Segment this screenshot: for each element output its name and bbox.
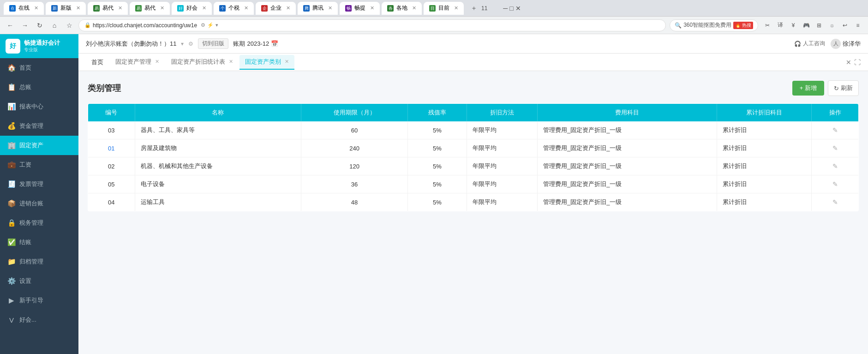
cell-residual: 5% — [408, 139, 467, 157]
tab-close-icon[interactable]: ✕ — [454, 5, 458, 11]
cell-name: 房屋及建筑物 — [135, 139, 301, 157]
cell-action[interactable]: ✎ — [812, 139, 859, 157]
browser-tab-tengxun[interactable]: 腾 腾讯 ✕ — [298, 2, 338, 15]
tab-close-icon[interactable]: ✕ — [155, 59, 159, 65]
browser-tab-new[interactable]: 新 新版 ✕ — [46, 2, 86, 15]
forward-btn[interactable]: → — [19, 20, 30, 31]
tab-add-btn[interactable]: ＋ — [468, 3, 479, 14]
sidebar-item-reports[interactable]: 📊 报表中心 — [0, 97, 78, 116]
tab-count: 11 — [481, 5, 487, 12]
translate-icon[interactable]: 译 — [775, 20, 786, 31]
game-icon[interactable]: 🎮 — [801, 20, 812, 31]
tab-fixed-assets-mgmt[interactable]: 固定资产管理 ✕ — [110, 55, 165, 70]
cell-code: 01 — [88, 139, 135, 157]
current-user: 刘小艳演示账套（勿删勿动！）11 — [86, 40, 176, 48]
tab-depreciation-table[interactable]: 固定资产折旧统计表 ✕ — [166, 55, 239, 70]
browser-tab-changte[interactable]: 畅 畅提 ✕ — [340, 2, 380, 15]
cell-expense: 管理费用_固定资产折旧_一级 — [537, 193, 717, 211]
home-btn[interactable]: ⌂ — [49, 20, 60, 31]
tab-panel-close-icon[interactable]: ✕ — [846, 59, 851, 66]
bookmark-btn[interactable]: ☆ — [64, 20, 75, 31]
cell-name: 运输工具 — [135, 193, 301, 211]
menu-icon[interactable]: ≡ — [852, 20, 863, 31]
sidebar-item-fixed-assets[interactable]: 🏢 固定资产 — [0, 136, 78, 155]
minimize-btn[interactable]: ─ — [503, 5, 508, 12]
edit-icon[interactable]: ✎ — [832, 144, 838, 152]
wallet-icon[interactable]: ¥ — [788, 20, 799, 31]
tab-asset-category[interactable]: 固定资产类别 ✕ — [239, 55, 294, 70]
browser-tab-yidai1[interactable]: 易 易代 ✕ — [88, 2, 128, 15]
cell-action[interactable]: ✎ — [812, 175, 859, 193]
cell-action[interactable]: ✎ — [812, 121, 859, 139]
cell-period: 36 — [301, 175, 408, 193]
browser-tab-yidai2[interactable]: 易 易代 ✕ — [130, 2, 170, 15]
tab-close-icon[interactable]: ✕ — [34, 5, 38, 11]
sidebar-item-ledger[interactable]: 📋 总账 — [0, 78, 78, 97]
site-settings-icon[interactable]: ⚙ — [201, 22, 205, 28]
support-btn[interactable]: 🎧 人工咨询 — [794, 40, 825, 48]
calendar-icon[interactable]: 📅 — [271, 40, 278, 47]
sun-icon[interactable]: ☼ — [826, 20, 838, 31]
col-header-accumulated: 累计折旧科目 — [717, 104, 812, 122]
browser-tab-online[interactable]: 在 在线 ✕ — [4, 2, 44, 15]
tab-panel-maximize-icon[interactable]: ⛶ — [854, 59, 861, 66]
sidebar-item-haohui[interactable]: V 好会... — [0, 310, 78, 330]
reports-icon: 📊 — [7, 102, 16, 111]
switch-version-btn[interactable]: 切到旧版 — [198, 38, 228, 49]
cell-action[interactable]: ✎ — [812, 193, 859, 211]
code-link[interactable]: 01 — [108, 145, 114, 152]
browser-tab-muqian[interactable]: 目 目前 ✕ — [424, 2, 464, 15]
user-dropdown-icon[interactable]: ▾ — [181, 41, 184, 47]
browser-tab-qiye[interactable]: 企 企业 ✕ — [256, 2, 296, 15]
tab-close-icon[interactable]: ✕ — [160, 5, 164, 11]
close-btn[interactable]: ✕ — [515, 5, 521, 12]
maximize-btn[interactable]: □ — [509, 5, 513, 12]
tab-close-icon[interactable]: ✕ — [229, 59, 233, 65]
cell-accumulated: 累计折旧 — [717, 139, 812, 157]
back-btn[interactable]: ← — [5, 20, 16, 31]
tab-close-icon[interactable]: ✕ — [118, 5, 122, 11]
sidebar-item-archive[interactable]: 📁 归档管理 — [0, 252, 78, 271]
sidebar-item-settings[interactable]: ⚙️ 设置 — [0, 271, 78, 291]
edit-icon[interactable]: ✎ — [832, 198, 838, 206]
tab-close-icon[interactable]: ✕ — [202, 5, 206, 11]
user-profile[interactable]: 人 徐泽华 — [831, 39, 861, 49]
cell-accumulated: 累计折旧 — [717, 175, 812, 193]
cell-action[interactable]: ✎ — [812, 157, 859, 175]
scissors-icon[interactable]: ✂ — [762, 20, 773, 31]
tab-close-icon[interactable]: ✕ — [285, 59, 289, 65]
edit-icon[interactable]: ✎ — [832, 180, 838, 188]
refresh-btn[interactable]: ↻ — [34, 20, 45, 31]
sidebar-item-inventory[interactable]: 📦 进销台账 — [0, 194, 78, 213]
edit-icon[interactable]: ✎ — [832, 126, 838, 134]
browser-tab-geshui[interactable]: 个 个税 ✕ — [214, 2, 254, 15]
table-row: 03 器具、工具、家具等 60 5% 年限平均 管理费用_固定资产折旧_一级 累… — [88, 121, 859, 139]
sidebar-item-funds[interactable]: 💰 资金管理 — [0, 116, 78, 136]
sidebar-item-tax[interactable]: 🔒 税务管理 — [0, 213, 78, 233]
tab-close-icon[interactable]: ✕ — [328, 5, 332, 11]
settings-small-icon[interactable]: ⚙ — [188, 41, 193, 47]
add-btn[interactable]: + 新增 — [792, 81, 824, 96]
edit-icon[interactable]: ✎ — [832, 162, 838, 170]
tab-close-icon[interactable]: ✕ — [286, 5, 290, 11]
tab-close-icon[interactable]: ✕ — [412, 5, 416, 11]
browser-tab-gedi[interactable]: 各 各地 ✕ — [382, 2, 422, 15]
tab-close-icon[interactable]: ✕ — [244, 5, 248, 11]
cell-accumulated: 累计折旧 — [717, 121, 812, 139]
refresh-btn[interactable]: ↻ 刷新 — [828, 80, 859, 96]
sidebar-item-salary[interactable]: 💼 工资 — [0, 155, 78, 174]
grid-icon[interactable]: ⊞ — [814, 20, 825, 31]
tab-label: 固定资产折旧统计表 — [171, 58, 225, 66]
tab-home[interactable]: 首页 — [86, 55, 109, 69]
search-bar[interactable]: 🔍 360智能抠图免费用 🔥 热搜 — [670, 19, 758, 31]
address-bar[interactable]: 🔒 https://cloud.chanjet.com/accounting/u… — [78, 19, 666, 31]
sidebar-item-guide[interactable]: ▶ 新手引导 — [0, 291, 78, 310]
sidebar-item-home[interactable]: 🏠 首页 — [0, 58, 78, 78]
tab-close-icon[interactable]: ✕ — [370, 5, 374, 11]
sidebar-item-invoice[interactable]: 🧾 发票管理 — [0, 174, 78, 194]
browser-tab-haohui[interactable]: 好 好会 ✕ — [172, 2, 212, 15]
undo-icon[interactable]: ↩ — [839, 20, 850, 31]
dropdown-icon[interactable]: ▾ — [216, 22, 218, 28]
sidebar-item-close-accounts[interactable]: ✅ 结账 — [0, 233, 78, 252]
tab-close-icon[interactable]: ✕ — [76, 5, 80, 11]
